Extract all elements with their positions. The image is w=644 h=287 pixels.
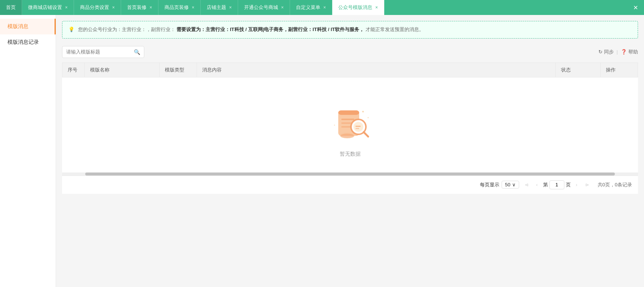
svg-rect-3 — [341, 119, 354, 120]
tab-bar-close-all[interactable]: ✕ — [627, 4, 644, 11]
sync-label: 同步 — [604, 49, 614, 55]
tab-shop-settings-close[interactable]: × — [65, 5, 68, 10]
svg-text:✦: ✦ — [361, 110, 364, 114]
total-text: 共0页，0条记录 — [598, 181, 632, 188]
tab-home-decor[interactable]: 首页装修 × — [121, 0, 158, 15]
help-icon: ❓ — [621, 49, 627, 55]
tab-shop-settings[interactable]: 微商城店铺设置 × — [22, 0, 74, 15]
page-prev-button[interactable]: ‹ — [533, 180, 542, 189]
tab-template-msg[interactable]: 公众号模版消息 × — [332, 0, 384, 15]
tab-category-settings-close[interactable]: × — [112, 5, 115, 10]
col-header-status: 状态 — [556, 62, 601, 77]
notice-suffix: 才能正常发送预置的消息。 — [366, 27, 424, 32]
notice-prefix: 您的公众号行业为：主营行业：，副营行业： — [78, 27, 175, 32]
table-header-row: 序号 模版名称 模版类型 消息内容 状态 — [62, 62, 638, 77]
help-label: 帮助 — [628, 49, 638, 55]
page-size-value: 50 — [505, 182, 510, 187]
col-header-content: 消息内容 — [197, 62, 556, 77]
tab-home[interactable]: 首页 — [0, 0, 22, 15]
scroll-thumb[interactable] — [85, 172, 615, 175]
page-first-button[interactable]: ⊲ — [522, 180, 531, 189]
tab-open-mall[interactable]: 开通公众号商城 × — [238, 0, 290, 15]
search-input[interactable] — [66, 49, 134, 55]
tab-custom-menu[interactable]: 自定义菜单 × — [290, 0, 332, 15]
svg-rect-4 — [341, 122, 352, 124]
col-header-name: 模版名称 — [85, 62, 160, 77]
empty-text: 暂无数据 — [70, 151, 631, 158]
page-nav: ⊲ ‹ 第 页 › ⊳ — [522, 180, 592, 189]
horizontal-scrollbar[interactable] — [62, 172, 638, 175]
page-size-label: 每页显示 — [480, 181, 499, 188]
tab-custom-menu-close[interactable]: × — [323, 5, 326, 10]
search-input-wrap[interactable]: 🔍 — [62, 46, 144, 58]
toolbar-divider: | — [617, 49, 618, 55]
tab-category-settings-label: 商品分类设置 — [80, 4, 109, 11]
tab-home-decor-close[interactable]: × — [150, 5, 152, 10]
table-wrapper: 序号 模版名称 模版类型 消息内容 状态 — [62, 62, 638, 194]
page-number-input[interactable] — [549, 180, 564, 189]
col-header-action: 操作 — [601, 62, 638, 77]
svg-text:✦: ✦ — [333, 124, 336, 126]
tab-shop-theme-close[interactable]: × — [229, 5, 232, 10]
svg-line-9 — [364, 132, 368, 137]
svg-rect-11 — [355, 128, 359, 129]
tab-product-decor[interactable]: 商品页装修 × — [158, 0, 201, 15]
page-size-dropdown[interactable]: 50 ∨ — [502, 181, 519, 189]
tab-shop-settings-label: 微商城店铺设置 — [28, 4, 62, 11]
sidebar-item-template-msg-log[interactable]: 模版消息记录 — [0, 34, 56, 50]
search-bar: 🔍 ↻ 同步 | ❓ 帮助 — [62, 46, 638, 58]
empty-state: ✦ ✦ ✦ 暂无数据 — [62, 77, 638, 172]
tab-shop-theme-label: 店铺主题 — [207, 4, 226, 11]
page-unit: 页 — [566, 181, 571, 188]
tab-open-mall-label: 开通公众号商城 — [244, 4, 278, 11]
tab-shop-theme[interactable]: 店铺主题 × — [201, 0, 238, 15]
sync-icon: ↻ — [598, 49, 603, 55]
page-label: 第 — [543, 181, 548, 188]
page-size-select: 每页显示 50 ∨ — [480, 181, 519, 189]
sidebar: 模版消息 模版消息记录 — [0, 15, 56, 287]
svg-rect-10 — [355, 126, 361, 127]
col-header-index: 序号 — [62, 62, 85, 77]
tab-bar: 首页 微商城店铺设置 × 商品分类设置 × 首页装修 × 商品页装修 × 店铺主… — [0, 0, 644, 15]
page-next-button[interactable]: › — [572, 180, 581, 189]
tab-category-settings[interactable]: 商品分类设置 × — [74, 0, 121, 15]
notice-icon: 💡 — [68, 27, 74, 32]
page-size-chevron-icon: ∨ — [512, 182, 516, 187]
content-area: 💡 您的公众号行业为：主营行业：，副营行业： 需要设置为：主营行业：IT科技 /… — [56, 15, 644, 287]
col-header-type: 模版类型 — [160, 62, 197, 77]
tab-open-mall-close[interactable]: × — [281, 5, 284, 10]
tab-home-label: 首页 — [6, 4, 16, 11]
sidebar-item-template-msg[interactable]: 模版消息 — [0, 19, 56, 34]
tab-product-decor-close[interactable]: × — [192, 5, 194, 10]
tab-template-msg-close[interactable]: × — [375, 5, 378, 10]
sidebar-item-template-msg-label: 模版消息 — [7, 23, 28, 29]
tab-template-msg-label: 公众号模版消息 — [338, 4, 372, 11]
tab-custom-menu-label: 自定义菜单 — [296, 4, 320, 11]
notice-highlight: 需要设置为：主营行业：IT科技 / 互联网|电子商务，副营行业：IT科技 / I… — [176, 27, 364, 32]
svg-rect-2 — [338, 110, 359, 115]
search-icon[interactable]: 🔍 — [134, 49, 140, 55]
help-button[interactable]: ❓ 帮助 — [621, 49, 638, 55]
data-table: 序号 模版名称 模版类型 消息内容 状态 — [62, 62, 638, 172]
svg-text:✦: ✦ — [367, 116, 369, 119]
svg-point-6 — [341, 134, 354, 138]
empty-illustration: ✦ ✦ ✦ — [328, 100, 373, 145]
main-layout: 模版消息 模版消息记录 💡 您的公众号行业为：主营行业：，副营行业： 需要设置为… — [0, 15, 644, 287]
sidebar-item-template-msg-log-label: 模版消息记录 — [7, 39, 39, 45]
page-last-button[interactable]: ⊳ — [583, 180, 592, 189]
tab-home-decor-label: 首页装修 — [127, 4, 147, 11]
pagination: 每页显示 50 ∨ ⊲ ‹ 第 页 › ⊳ 共0页，0条记录 — [62, 175, 638, 194]
sync-button[interactable]: ↻ 同步 — [598, 49, 614, 55]
toolbar-right: ↻ 同步 | ❓ 帮助 — [598, 49, 638, 55]
notice-banner: 💡 您的公众号行业为：主营行业：，副营行业： 需要设置为：主营行业：IT科技 /… — [62, 21, 638, 39]
tab-product-decor-label: 商品页装修 — [164, 4, 189, 11]
